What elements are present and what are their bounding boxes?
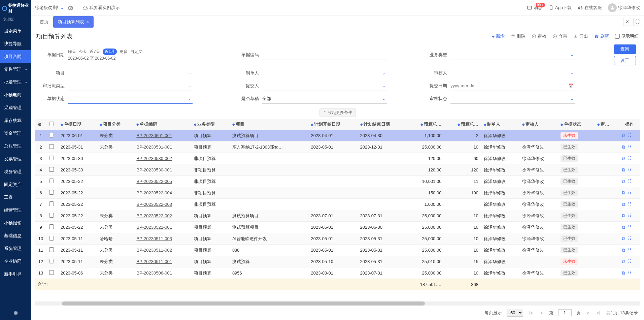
sidebar-item[interactable]: 总账管理: [0, 140, 31, 153]
view-icon[interactable]: ⧉: [622, 179, 625, 184]
sidebar-item[interactable]: 库存核算: [0, 114, 31, 127]
tab-budget-list[interactable]: 项目预算列表 ×: [53, 16, 94, 28]
more-icon[interactable]: ⠿: [628, 247, 631, 253]
inp-project[interactable]: [68, 68, 193, 78]
sidebar-settings[interactable]: [0, 306, 31, 320]
table-row[interactable]: 82023-05-22未分类BP-20230522-002项目预算测试预算项目2…: [35, 210, 640, 222]
bill-code-link[interactable]: BP-20230522-003: [136, 202, 172, 207]
view-icon[interactable]: ⧉: [622, 190, 625, 196]
app-download-button[interactable]: App下载: [548, 5, 572, 11]
row-checkbox[interactable]: [49, 259, 54, 263]
more-icon[interactable]: ⠿: [628, 179, 631, 184]
table-row[interactable]: 102023-05-11哈哈哈BP-20230511-003项目预算AI智能软硬…: [35, 233, 640, 245]
bill-code-link[interactable]: BP-20230522-001: [136, 225, 172, 230]
tab-close-all[interactable]: ✕: [623, 18, 631, 26]
sidebar-item[interactable]: 资金管理: [0, 127, 31, 140]
bill-code-link[interactable]: BP-20230530-001: [136, 167, 172, 172]
page-number-input[interactable]: [558, 309, 572, 316]
sidebar-item[interactable]: 小畅报销: [0, 217, 31, 229]
view-icon[interactable]: ⧉: [622, 144, 625, 150]
sidebar-item[interactable]: 批发管理▾: [0, 76, 31, 89]
bill-code-link[interactable]: BP-20230511-001: [136, 259, 172, 264]
demo-link[interactable]: 我要看实例演示: [82, 5, 120, 11]
show-detail-toggle[interactable]: 显示明细: [615, 33, 639, 39]
inp-bill-status[interactable]: [68, 94, 193, 104]
table-row[interactable]: 62023-05-22BP-20230522-004非项目预算150.00100…: [35, 187, 640, 199]
sidebar-item[interactable]: 小畅电商: [0, 89, 31, 101]
inp-audit-status[interactable]: [450, 94, 575, 104]
table-row[interactable]: 32023-05-30BP-20230530-002非项目预算120.0060徐…: [35, 153, 640, 164]
more-icon[interactable]: ⠿: [628, 270, 631, 276]
row-checkbox[interactable]: [49, 156, 54, 160]
table-row[interactable]: 42023-05-30BP-20230530-001非项目预算120.00120…: [35, 164, 640, 176]
view-icon[interactable]: ⧉: [622, 224, 625, 230]
bill-code-link[interactable]: BP-20230522-004: [136, 190, 172, 195]
bill-code-link[interactable]: BP-20230511-003: [136, 236, 172, 241]
next-page-button[interactable]: >: [585, 310, 591, 315]
export-button[interactable]: 导出: [573, 33, 588, 39]
row-checkbox[interactable]: [49, 213, 54, 218]
add-button[interactable]: +新增: [492, 33, 505, 39]
select-all-checkbox[interactable]: [49, 122, 54, 126]
view-icon[interactable]: ⧉: [622, 270, 625, 276]
qd-yesterday[interactable]: 昨天: [68, 49, 76, 55]
more-icon[interactable]: ⠿: [628, 236, 631, 242]
more-icon[interactable]: ⠿: [628, 259, 631, 264]
qd-7d[interactable]: 近7天: [90, 49, 100, 55]
settings-icon[interactable]: [68, 5, 73, 10]
org-selector[interactable]: 徐老板勿删! ⌄: [35, 5, 64, 11]
row-checkbox[interactable]: [49, 144, 54, 149]
bill-code-link[interactable]: BP-20230522-002: [136, 213, 172, 218]
more-icon[interactable]: ⠿: [628, 167, 631, 173]
inp-bill-code[interactable]: [262, 50, 387, 60]
more-icon[interactable]: ⠿: [628, 201, 631, 207]
close-icon[interactable]: ×: [86, 20, 89, 24]
sidebar-item[interactable]: 快捷导航: [0, 37, 31, 50]
inp-submit-date[interactable]: [450, 81, 575, 91]
table-row[interactable]: 92023-05-22未分类BP-20230522-001项目预算测试预算项目2…: [35, 222, 640, 233]
row-checkbox[interactable]: [49, 247, 54, 252]
more-icon[interactable]: ⠿: [628, 224, 631, 230]
sidebar-item[interactable]: 采购管理: [0, 101, 31, 114]
sidebar-item[interactable]: 固定资产: [0, 178, 31, 191]
inp-flow-type[interactable]: [68, 81, 193, 91]
inp-biz-type[interactable]: [450, 50, 575, 60]
sidebar-item[interactable]: 基础信息: [0, 229, 31, 242]
view-icon[interactable]: ⧉: [622, 236, 625, 242]
horizontal-scrollbar[interactable]: [35, 301, 640, 306]
row-checkbox[interactable]: [49, 201, 54, 206]
sidebar-item[interactable]: 税务管理: [0, 165, 31, 178]
inp-is-draft[interactable]: [262, 94, 387, 104]
row-checkbox[interactable]: [49, 270, 54, 275]
table-row[interactable]: 72023-05-22BP-20230522-003非项目预算1,000.00徐…: [35, 199, 640, 210]
customer-service-button[interactable]: 在线客服: [578, 5, 602, 11]
collapse-filters-button[interactable]: ⌃ 收起更多条件: [319, 108, 356, 117]
page-size-select[interactable]: 50: [507, 309, 523, 317]
view-icon[interactable]: ⧉: [622, 201, 625, 207]
table-row[interactable]: 52023-05-22BP-20230522-005非项目预算10,001.00…: [35, 176, 640, 187]
bill-code-link[interactable]: BP-20230506-001: [136, 270, 172, 276]
query-button[interactable]: 查询: [614, 44, 636, 54]
sidebar-item[interactable]: 企业协同: [0, 255, 31, 268]
sidebar-item[interactable]: 项目合同: [0, 50, 31, 63]
row-checkbox[interactable]: [49, 190, 54, 195]
refresh-button[interactable]: 刷新: [594, 33, 609, 39]
sidebar-item[interactable]: 系统管理: [0, 242, 31, 255]
bill-code-link[interactable]: BP-20230522-005: [136, 179, 172, 184]
delete-button[interactable]: 删除: [511, 33, 526, 39]
messages-button[interactable]: 消息 99 +: [527, 5, 542, 11]
qd-today[interactable]: 今天: [79, 49, 87, 55]
table-row[interactable]: 122023-05-11未分类BP-20230511-001项目预算测试预算20…: [35, 256, 640, 267]
sidebar-item[interactable]: 工资: [0, 191, 31, 204]
last-page-button[interactable]: >|: [595, 310, 602, 315]
qd-custom[interactable]: 自定义: [130, 49, 142, 55]
view-icon[interactable]: ⧉: [622, 167, 625, 173]
table-settings-icon[interactable]: ⚙: [38, 122, 42, 127]
tab-fullscreen[interactable]: ⛶: [633, 18, 641, 26]
more-icon[interactable]: ⠿: [628, 190, 631, 196]
inp-maker[interactable]: [262, 68, 387, 78]
table-row[interactable]: 112023-05-11未分类BP-20230511-002项目预算888202…: [35, 245, 640, 256]
settings-button[interactable]: 设置: [614, 56, 636, 65]
table-row[interactable]: 132023-05-06未分类BP-20230506-001项目预算895620…: [35, 267, 640, 279]
prev-page-button[interactable]: <: [539, 310, 544, 315]
